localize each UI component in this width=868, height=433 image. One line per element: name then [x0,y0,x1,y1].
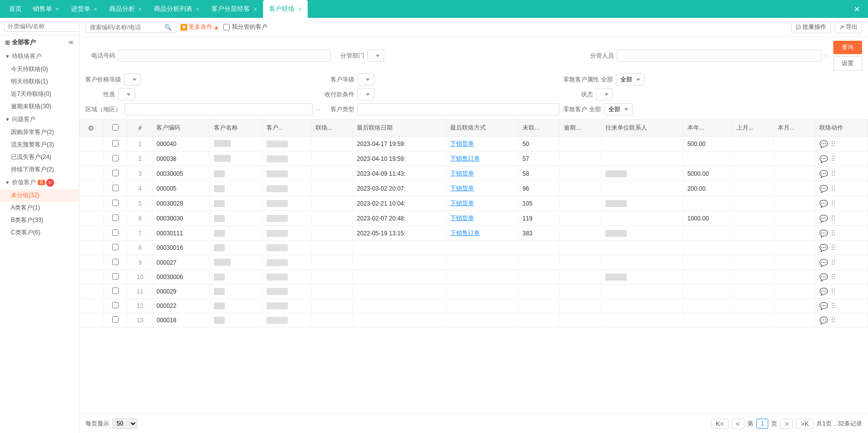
row-checkbox-cell[interactable] [103,226,128,241]
collapse-icon[interactable]: ≪ [68,39,74,46]
filter-search-icon[interactable]: 🔍 [164,24,172,31]
message-icon[interactable]: 💬 [819,140,828,148]
menu-icon[interactable]: ⠿ [831,155,836,163]
tab-customer-segment[interactable]: 客户分层经客 ✕ [205,0,263,18]
first-page-btn[interactable]: K< [711,419,729,429]
retail-attr-select[interactable]: 全部 [616,73,645,85]
sidebar-item-class-a[interactable]: A类客户(1) [0,202,79,214]
message-icon[interactable]: 💬 [819,244,828,252]
sidebar-item-declining[interactable]: 持续下滑客户(2) [0,163,79,176]
close-purchase-icon[interactable]: ✕ [93,6,97,12]
row-checkbox-cell[interactable] [103,285,128,299]
sidebar-item-abnormal[interactable]: 因购异常客户(2) [0,126,79,139]
row-checkbox[interactable] [112,259,119,265]
close-sales-icon[interactable]: ✕ [55,6,59,12]
last-type-link[interactable]: 下销售订单 [450,155,480,162]
export-btn[interactable]: ↗ 导出 [835,21,862,33]
batch-ops-btn[interactable]: ☑ 批量操作 [791,21,831,33]
row-checkbox-cell[interactable] [103,255,128,270]
row-checkbox[interactable] [112,140,119,146]
query-btn[interactable]: 查询 [833,41,862,54]
row-checkbox[interactable] [112,215,119,221]
message-icon[interactable]: 💬 [819,259,828,267]
row-checkbox-cell[interactable] [103,211,128,226]
menu-icon[interactable]: ⠿ [831,215,836,222]
last-type-link[interactable]: 下销货单 [450,140,474,147]
menu-icon[interactable]: ⠿ [831,273,836,281]
sidebar-item-churn-warning[interactable]: 流失预警客户(3) [0,139,79,151]
price-grade-select[interactable] [124,73,141,85]
last-type-link[interactable]: 下销货单 [450,215,474,221]
manager-input[interactable] [617,50,821,62]
message-icon[interactable]: 💬 [819,288,828,295]
message-icon[interactable]: 💬 [819,302,828,310]
sidebar-item-overdue[interactable]: 逾期未联络(30) [0,100,79,113]
sidebar-group-value[interactable]: ▼ 价值客户 R ↻ [0,176,79,189]
menu-icon[interactable]: ⠿ [831,140,836,148]
menu-icon[interactable]: ⠿ [831,229,836,237]
tab-sales[interactable]: 销售单 ✕ [27,0,65,18]
row-checkbox-cell[interactable] [103,166,128,181]
row-checkbox[interactable] [112,229,119,236]
select-all-checkbox[interactable] [112,124,119,131]
message-icon[interactable]: 💬 [819,200,828,208]
close-product-analysis-icon[interactable]: ✕ [138,6,142,12]
tab-product-analysis[interactable]: 商品分析 ✕ [103,0,148,18]
menu-icon[interactable]: ⠿ [831,316,836,324]
row-checkbox-cell[interactable] [103,137,128,151]
col-checkbox[interactable] [103,120,128,137]
row-checkbox-cell[interactable] [103,299,128,313]
row-checkbox[interactable] [112,302,119,308]
menu-icon[interactable]: ⠿ [831,244,836,252]
cust-type-input[interactable] [357,103,560,115]
sidebar-item-class-b[interactable]: B类客户(33) [0,214,79,226]
message-icon[interactable]: 💬 [819,229,828,237]
message-icon[interactable]: 💬 [819,273,828,281]
row-checkbox-cell[interactable] [103,241,128,255]
phone-input[interactable] [118,50,331,62]
sidebar-item-ungrouped[interactable]: 未分组(32) [0,189,79,202]
status-select[interactable] [596,88,613,100]
row-checkbox-cell[interactable] [103,270,128,285]
retail-select[interactable]: 全部 [604,103,633,115]
filter-search-input[interactable] [90,24,164,31]
menu-icon[interactable]: ⠿ [831,185,836,193]
row-checkbox[interactable] [112,170,119,176]
sidebar-all-customers[interactable]: ⊞ 全部客户 ≪ [0,35,79,50]
message-icon[interactable]: 💬 [819,316,828,324]
menu-icon[interactable]: ⠿ [831,302,836,310]
message-icon[interactable]: 💬 [819,185,828,193]
filter-more-btn[interactable]: 🔽 更多条件 ▲ [180,23,219,31]
last-type-link[interactable]: 下销货单 [450,170,474,177]
sidebar-item-today[interactable]: 今天待联络(0) [0,63,79,75]
col-settings[interactable]: ⚙ [79,120,103,137]
prev-page-btn[interactable]: < [732,419,744,429]
row-checkbox-cell[interactable] [103,151,128,166]
tab-customer-contact[interactable]: 客户联络 ✕ [263,0,308,18]
next-page-btn[interactable]: > [780,419,793,429]
filter-mine-checkbox[interactable]: 我分管的客户 [223,23,267,31]
row-checkbox[interactable] [112,288,119,294]
message-icon[interactable]: 💬 [819,215,828,222]
last-page-btn[interactable]: >K [796,419,813,429]
region-input[interactable] [124,103,313,115]
row-checkbox-cell[interactable] [103,181,128,196]
row-checkbox[interactable] [112,155,119,161]
tab-home[interactable]: 首页 [4,0,27,18]
tab-product-analysis-list[interactable]: 商品分析列表 ✕ [148,0,205,18]
last-type-link[interactable]: 下销售订单 [450,229,480,236]
last-type-link[interactable]: 下销货单 [450,200,474,207]
tab-purchase[interactable]: 进货单 ✕ [65,0,103,18]
close-contact-icon[interactable]: ✕ [298,6,302,12]
message-icon[interactable]: 💬 [819,155,828,163]
row-checkbox[interactable] [112,185,119,191]
row-checkbox[interactable] [112,316,119,323]
row-checkbox-cell[interactable] [103,196,128,211]
message-icon[interactable]: 💬 [819,170,828,178]
menu-icon[interactable]: ⠿ [831,170,836,178]
row-checkbox[interactable] [112,244,119,250]
sidebar-item-7days[interactable]: 近7天待联络(0) [0,88,79,100]
manager-dots-icon[interactable]: ··· [824,52,829,59]
menu-icon[interactable]: ⠿ [831,288,836,295]
page-size-select[interactable]: 50 100 [112,418,137,429]
